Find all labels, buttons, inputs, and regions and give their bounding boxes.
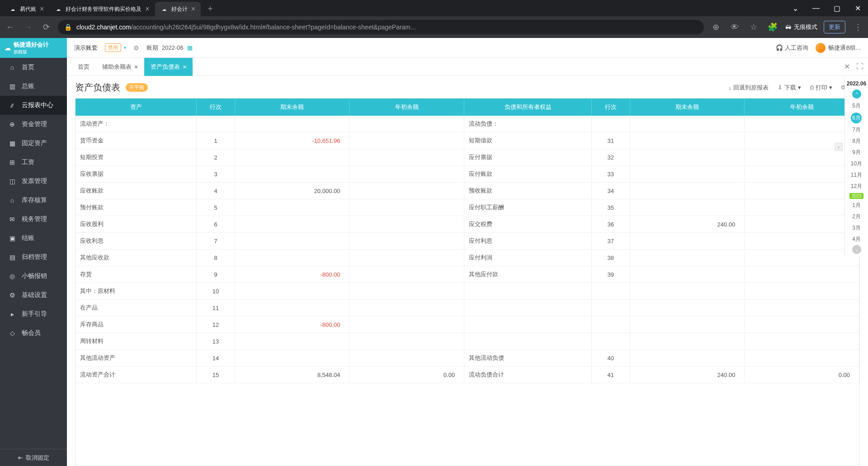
update-button[interactable]: 更新 (824, 21, 845, 33)
account-dropdown[interactable]: ▾ (124, 45, 126, 50)
rail-month[interactable]: 9月 (851, 147, 862, 158)
close-icon[interactable]: × (191, 5, 195, 13)
support-button[interactable]: 🎧 人工咨询 (776, 44, 808, 52)
rail-month[interactable]: 1月 (852, 200, 861, 211)
cell-end2[interactable] (630, 183, 745, 199)
browser-tab[interactable]: ☁好会计× (155, 2, 201, 16)
sidebar-item[interactable]: ◎小畅报销 (0, 267, 67, 286)
cell-end2[interactable] (630, 283, 745, 300)
cell-end1[interactable] (235, 233, 349, 249)
sidebar-item[interactable]: ▦固定资产 (0, 134, 67, 153)
cell-begin1[interactable] (349, 132, 464, 149)
cell-begin1[interactable] (349, 249, 464, 266)
rail-month[interactable]: 6月 (851, 113, 862, 123)
cell-end1[interactable] (235, 199, 349, 216)
cell-begin1[interactable] (349, 283, 464, 300)
cell-begin2[interactable] (745, 233, 859, 249)
cell-liab[interactable]: 流动负债合计 (464, 367, 592, 383)
cell-liab[interactable] (464, 300, 592, 316)
cell-end1[interactable]: -800.00 (235, 266, 349, 283)
cell-end2[interactable] (630, 350, 745, 367)
cell-liab[interactable]: 短期借款 (464, 132, 592, 149)
cell-begin1[interactable] (349, 350, 464, 367)
cell-liab[interactable]: 流动负债： (464, 116, 592, 132)
account-name[interactable]: 演示账套 (74, 44, 98, 52)
cell-liab[interactable]: 应付职工薪酬 (464, 199, 592, 216)
cell-end1[interactable] (235, 149, 349, 166)
cell-end1[interactable] (235, 166, 349, 183)
cell-end1[interactable]: 8,548.04 (235, 367, 349, 383)
cell-begin1[interactable] (349, 300, 464, 316)
sidebar-item[interactable]: ✉税务管理 (0, 210, 67, 229)
cell-end2[interactable] (630, 333, 745, 350)
cell-asset[interactable]: 其他应收款 (75, 249, 197, 266)
cell-liab[interactable]: 预收账款 (464, 183, 592, 199)
cell-asset[interactable]: 流动资产： (75, 116, 197, 132)
sidebar-item[interactable]: ◫发票管理 (0, 172, 67, 191)
cell-asset[interactable]: 应收利息 (75, 233, 197, 249)
cell-begin2[interactable] (745, 249, 859, 266)
sidebar-item[interactable]: ⊕资金管理 (0, 115, 67, 134)
close-icon[interactable]: × (40, 5, 44, 13)
rail-month[interactable]: 11月 (851, 169, 862, 181)
rail-down-button[interactable]: ⌄ (852, 245, 861, 254)
cell-liab[interactable]: 应交税费 (464, 216, 592, 233)
cell-end2[interactable]: 240.00 (630, 216, 745, 233)
cell-asset[interactable]: 流动资产合计 (75, 367, 197, 383)
cell-liab[interactable]: 应付账款 (464, 166, 592, 183)
cell-asset[interactable]: 货币资金 (75, 132, 197, 149)
period-selector[interactable]: 账期 2022-06 ▦ (146, 44, 193, 52)
zoom-icon[interactable]: ⊕ (709, 21, 722, 33)
cell-end2[interactable] (630, 199, 745, 216)
cell-begin1[interactable] (349, 266, 464, 283)
cell-begin2[interactable] (745, 300, 859, 316)
gear-icon[interactable]: ⚙ (133, 44, 139, 52)
cell-begin2[interactable] (745, 116, 859, 132)
cell-begin1[interactable] (349, 183, 464, 199)
cell-end1[interactable] (235, 333, 349, 350)
cell-begin1[interactable] (349, 233, 464, 249)
sidebar-item[interactable]: ▸新手引导 (0, 305, 67, 324)
sidebar-item[interactable]: ⌂库存核算 (0, 191, 67, 210)
cell-end1[interactable] (235, 216, 349, 233)
cell-end1[interactable] (235, 283, 349, 300)
cell-begin2[interactable] (745, 166, 859, 183)
sidebar-item[interactable]: ▣结账 (0, 229, 67, 248)
download-button[interactable]: ⇩下载▾ (778, 84, 801, 92)
sidebar-item[interactable]: ⚙基础设置 (0, 286, 67, 305)
cell-liab[interactable]: 应付利润 (464, 249, 592, 266)
rollback-button[interactable]: ↓回退到原报表 (729, 84, 769, 92)
cell-end2[interactable] (630, 233, 745, 249)
cell-end1[interactable] (235, 350, 349, 367)
sidebar-pin-toggle[interactable]: ⇤ 取消固定 (0, 449, 67, 466)
cell-asset[interactable]: 短期投资 (75, 149, 197, 166)
cell-begin1[interactable] (349, 166, 464, 183)
cell-begin1[interactable] (349, 216, 464, 233)
cell-end1[interactable] (235, 249, 349, 266)
cell-begin2[interactable] (745, 183, 859, 199)
minimize-button[interactable]: — (806, 1, 826, 15)
rail-month[interactable]: 12月 (851, 181, 862, 192)
url-input[interactable]: 🔒 cloud2.chanjet.com/accounting/uh26t264… (58, 20, 704, 34)
cell-begin2[interactable]: 0.00 (745, 367, 859, 383)
browser-tab[interactable]: ☁易代账× (4, 2, 49, 16)
page-tab[interactable]: 辅助余额表× (96, 58, 144, 76)
cell-asset[interactable]: 其中：原材料 (75, 283, 197, 300)
cell-liab[interactable] (464, 316, 592, 333)
cell-begin2[interactable] (745, 199, 859, 216)
close-icon[interactable]: × (134, 63, 138, 71)
sidebar-item[interactable]: ◇畅会员 (0, 324, 67, 343)
cell-end2[interactable] (630, 166, 745, 183)
cell-begin1[interactable] (349, 149, 464, 166)
cell-asset[interactable]: 预付账款 (75, 199, 197, 216)
puzzle-icon[interactable]: 🧩 (766, 21, 779, 33)
cell-begin1[interactable] (349, 116, 464, 132)
sidebar-item[interactable]: ▤归档管理 (0, 248, 67, 267)
cell-liab[interactable]: 其他应付款 (464, 266, 592, 283)
rail-month[interactable]: 7月 (851, 124, 862, 136)
rail-month[interactable]: 4月 (852, 234, 861, 245)
calendar-icon[interactable]: ▦ (187, 44, 193, 51)
cell-end1[interactable]: 20,000.00 (235, 183, 349, 199)
back-button[interactable]: ← (4, 21, 16, 33)
cell-asset[interactable]: 存货 (75, 266, 197, 283)
